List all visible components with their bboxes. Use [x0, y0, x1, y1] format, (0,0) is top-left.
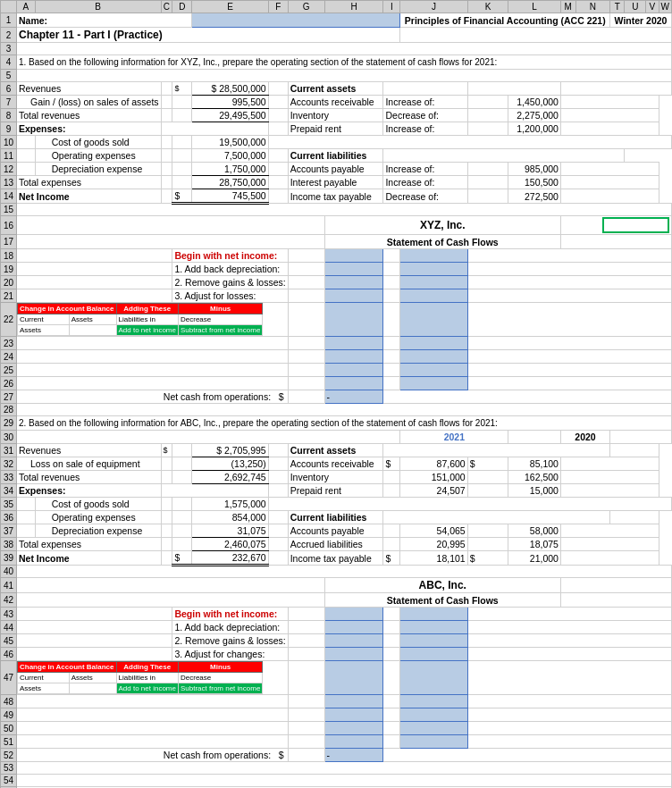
p2-loss-label: Loss on sale of equipment: [17, 457, 162, 471]
cf-input-2a[interactable]: [324, 263, 383, 276]
row-45: 45 2. Remove gains & losses:: [1, 634, 672, 648]
col-k-header: K: [467, 1, 508, 13]
p2-inv-2020: 162,500: [508, 471, 561, 484]
row-26: 26: [1, 377, 672, 390]
row-19: 19 1. Add back depreciation:: [1, 263, 672, 276]
row-2: 2 Chapter 11 - Part I (Practice): [1, 28, 672, 43]
p2-cf-input-4a[interactable]: [324, 648, 383, 661]
cf-input-6a[interactable]: [324, 337, 383, 350]
total-rev-amount: 29,495,500: [192, 109, 268, 122]
row-3: 3: [1, 43, 672, 55]
p2-inv-label: Inventory: [288, 471, 383, 484]
p2-revenues-label: Revenues: [17, 444, 162, 457]
opex-amount: 7,500,000: [192, 149, 268, 163]
step2-label: 2. Remove gains & losses:: [172, 276, 288, 289]
p2-begin-net: Begin with net income:: [172, 608, 288, 621]
ar-label: Accounts receivable: [288, 96, 383, 109]
p2-ap-2020: 58,000: [508, 524, 561, 538]
ar-change: Increase of:: [383, 96, 467, 109]
p2-cf-input-8b[interactable]: [400, 722, 467, 735]
row-36: 36 Operating expenses 854,000 Current li…: [1, 511, 672, 524]
prepaid-label: Prepaid rent: [288, 122, 383, 136]
total-exp-amount: 28,750,000: [192, 176, 268, 189]
cf-input-8b[interactable]: [400, 364, 467, 377]
p2-cf-input-7a[interactable]: [324, 708, 383, 722]
cf-input-3b[interactable]: [400, 276, 467, 289]
col-i-header: I: [383, 1, 400, 13]
p2-cf-input-2a[interactable]: [324, 621, 383, 634]
ap-label: Accounts payable: [288, 163, 383, 176]
row-14: 14 Net Income $ 745,500 Income tax payab…: [1, 189, 672, 204]
cf-input-6b[interactable]: [400, 337, 467, 350]
p2-cf-input-3a[interactable]: [324, 634, 383, 648]
cf-input-1b[interactable]: [400, 249, 467, 263]
spacer: [400, 28, 672, 43]
p2-accrued-label: Accrued liabilities: [288, 538, 383, 551]
p2-cf-input-3b[interactable]: [400, 634, 467, 648]
cf-input-9b[interactable]: [400, 377, 467, 390]
inv-change: Decrease of:: [383, 109, 467, 122]
cf-input-2b[interactable]: [400, 263, 467, 276]
revenues-amount: $ 28,500,000: [192, 82, 268, 96]
p2-net-cash-sym: $: [279, 750, 284, 760]
total-rev-label: Total revenues: [17, 109, 162, 122]
cf-input-8a[interactable]: [324, 364, 383, 377]
p2-cf-input-1a[interactable]: [324, 608, 383, 621]
p2-loss-amount: (13,250): [192, 457, 268, 471]
p2-cf-input-5a[interactable]: [324, 661, 383, 695]
row-51: 51: [1, 735, 672, 749]
cf-input-4a[interactable]: [324, 289, 383, 303]
row-46: 46 3. Adjust for changes:: [1, 648, 672, 661]
net-cash-val-1[interactable]: -: [324, 390, 383, 404]
p2-cf-input-1b[interactable]: [400, 608, 467, 621]
p2-prepaid-2020: 15,000: [508, 484, 561, 498]
total-exp-label: Total expenses: [17, 176, 162, 189]
p2-cf-input-6a[interactable]: [324, 695, 383, 708]
spreadsheet: A B C D E F G H I J K L M N T U V W: [0, 0, 672, 788]
legend-table-2: Change in Account Balance Adding These M…: [17, 661, 263, 694]
row-47: 47 Change in Account Balance Adding Thes…: [1, 661, 672, 695]
cf-input-7b[interactable]: [400, 350, 467, 364]
p2-cf-input-4b[interactable]: [400, 648, 467, 661]
p2-cf-input-7b[interactable]: [400, 708, 467, 722]
p2-cf-input-6b[interactable]: [400, 695, 467, 708]
p2-cf-input-8a[interactable]: [324, 722, 383, 735]
p2-total-exp: 2,460,075: [192, 538, 268, 551]
name-input[interactable]: [192, 13, 400, 28]
row-21: 21 3. Adjust for losses:: [1, 289, 672, 303]
net-income-label: Net Income: [17, 189, 162, 204]
cf-input-7a[interactable]: [324, 350, 383, 364]
cf-input-9a[interactable]: [324, 377, 383, 390]
row-42: 42 Statement of Cash Flows: [1, 593, 672, 608]
tax-change: Decrease of:: [383, 189, 467, 204]
cf-input-3a[interactable]: [324, 276, 383, 289]
p2-cf-input-2b[interactable]: [400, 621, 467, 634]
p2-net-cash-label: Net cash from operations:: [164, 750, 271, 760]
p2-cf-input-9a[interactable]: [324, 735, 383, 749]
p2-net-cash-val[interactable]: -: [324, 749, 383, 762]
cf-input-5a[interactable]: [324, 303, 383, 337]
col-e-header: E: [192, 1, 268, 13]
row-38: 38 Total expenses 2,460,075 Accrued liab…: [1, 538, 672, 551]
depr-amount: 1,750,000: [192, 163, 268, 176]
gain-loss-label: Gain / (loss) on sales of assets: [17, 96, 162, 109]
col-f-header: F: [268, 1, 288, 13]
cf-input-5b[interactable]: [400, 303, 467, 337]
p2-tax-2020: 21,000: [508, 551, 561, 566]
begin-net-label: Begin with net income:: [172, 249, 288, 263]
row-18: 18 Begin with net income:: [1, 249, 672, 263]
p2-prepaid-2021: 24,507: [400, 484, 467, 498]
ar-amount: 1,450,000: [508, 96, 561, 109]
col-c-header: C: [161, 1, 172, 13]
cf-input-1a[interactable]: [324, 249, 383, 263]
row-37: 37 Depreciation expense 31,075 Accounts …: [1, 524, 672, 538]
row-50: 50: [1, 722, 672, 735]
p2-cf-input-9b[interactable]: [400, 735, 467, 749]
row-4: 4 1. Based on the following information …: [1, 55, 672, 70]
cf-input-4b[interactable]: [400, 289, 467, 303]
inv-amount: 2,275,000: [508, 109, 561, 122]
p2-cf-input-5b[interactable]: [400, 661, 467, 695]
p2-ap-2021: 54,065: [400, 524, 467, 538]
p2-cogs: 1,575,000: [192, 498, 268, 511]
p2-prepaid-label: Prepaid rent: [288, 484, 383, 498]
